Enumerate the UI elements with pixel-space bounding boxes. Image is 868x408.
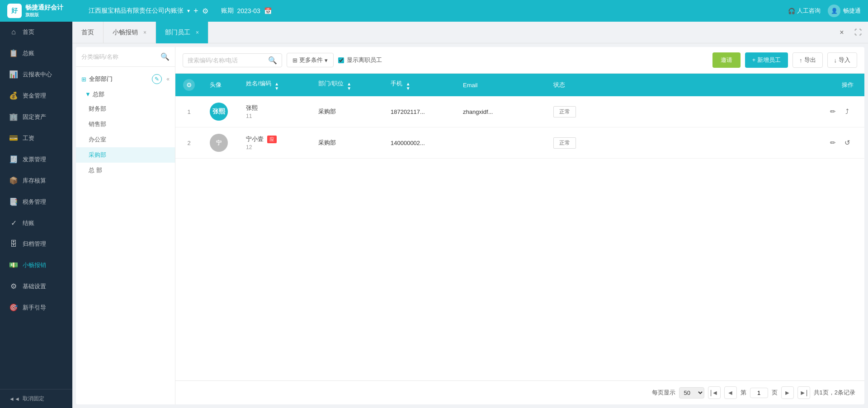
show-resigned-checkbox[interactable] <box>338 57 344 63</box>
employee-avatar: 张熙 <box>210 103 228 121</box>
tab-home[interactable]: 首页 <box>72 22 104 43</box>
user-avatar: 👤 <box>828 5 840 17</box>
status-badge: 正常 <box>553 106 576 117</box>
cancel-fixed-btn[interactable]: ◄◄ 取消固定 <box>0 389 72 408</box>
sidebar-item-reports[interactable]: 📊 云报表中心 <box>0 64 72 85</box>
employee-name: 张熙 <box>246 104 304 112</box>
th-settings: ⚙ <box>175 74 203 96</box>
tab-expense-report[interactable]: 小畅报销 × <box>104 22 156 43</box>
dept-collapse-icon[interactable]: « <box>166 76 170 82</box>
dept-finance[interactable]: 财务部 <box>76 101 175 117</box>
main-layout: ⌂ 首页 📋 总账 📊 云报表中心 💰 资金管理 🏢 固定资产 💳 工资 🧾 发… <box>0 22 868 408</box>
emp-search-input[interactable] <box>188 57 265 64</box>
sidebar-item-ledger[interactable]: 📋 总账 <box>0 42 72 64</box>
status-badge: 正常 <box>553 137 576 149</box>
emp-search-icon[interactable]: 🔍 <box>268 56 277 65</box>
last-page-btn[interactable]: ►| <box>797 386 810 399</box>
th-email: Email <box>456 74 546 96</box>
ai-consult-btn[interactable]: 🎧 人工咨询 <box>788 7 821 15</box>
th-dept[interactable]: 部门/职位 ▲▼ <box>311 74 383 96</box>
next-page-btn[interactable]: ► <box>781 386 794 399</box>
th-avatar: 头像 <box>203 74 239 96</box>
dept-purchase[interactable]: 采购部 <box>76 147 175 163</box>
export-btn[interactable]: ↑ 导出 <box>793 52 823 68</box>
edit-btn[interactable]: ✏ <box>826 105 839 118</box>
dept-search-input[interactable] <box>81 53 158 60</box>
tab-expand-btn[interactable]: ⛶ <box>852 26 864 39</box>
dept-office[interactable]: 办公室 <box>76 132 175 147</box>
row-no: 1 <box>175 96 203 127</box>
settings-icon[interactable]: ⚙ <box>202 7 208 15</box>
dept-hq2[interactable]: 总 部 <box>76 163 175 178</box>
dept-hq-label: 总部 <box>93 91 104 98</box>
sidebar-item-archive[interactable]: 🗄 归档管理 <box>0 234 72 254</box>
invite-btn[interactable]: 邀请 <box>712 52 741 68</box>
sidebar-label-tax: 税务管理 <box>23 198 46 206</box>
th-ops: 操作 <box>637 74 864 96</box>
home-icon: ⌂ <box>9 28 18 36</box>
show-resigned-label[interactable]: 显示离职员工 <box>347 56 382 64</box>
filter-btn[interactable]: ⊞ 更多条件 ▾ <box>287 53 334 67</box>
sidebar-item-inventory[interactable]: 📦 库存核算 <box>0 170 72 191</box>
calendar-icon[interactable]: 📅 <box>264 7 272 14</box>
tab-close-btn[interactable]: × <box>835 26 848 39</box>
prev-page-btn[interactable]: ◄ <box>724 386 737 399</box>
add-company-btn[interactable]: + <box>193 6 198 16</box>
dept-search-icon[interactable]: 🔍 <box>160 52 170 61</box>
dept-edit-btn[interactable]: ✎ <box>152 74 162 84</box>
archive-icon: 🗄 <box>9 240 18 248</box>
sidebar-item-settings[interactable]: ⚙ 基础设置 <box>0 276 72 297</box>
tab-dept-close-icon[interactable]: × <box>196 29 199 36</box>
ledger-icon: 📋 <box>9 49 18 57</box>
import-btn[interactable]: ↓ 导入 <box>827 52 858 68</box>
th-phone[interactable]: 手机 ▲▼ <box>383 74 456 96</box>
page-size-select[interactable]: 50 10 20 100 <box>679 387 704 399</box>
dept-hq2-label: 总 部 <box>89 166 102 174</box>
dept-sort-icon: ▲▼ <box>347 82 351 91</box>
row-ops-cell: ✏ ⤴ <box>637 96 864 127</box>
tab-expense-close-icon[interactable]: × <box>143 29 146 36</box>
dept-sales[interactable]: 销售部 <box>76 117 175 132</box>
content-area: 首页 小畅报销 × 部门员工 × × ⛶ 🔍 <box>72 22 868 408</box>
sidebar-item-invoice[interactable]: 🧾 发票管理 <box>0 149 72 170</box>
first-page-btn[interactable]: |◄ <box>708 386 721 399</box>
sidebar-item-tax[interactable]: 📑 税务管理 <box>0 191 72 212</box>
col-settings-icon[interactable]: ⚙ <box>183 79 195 91</box>
row-email-cell <box>456 127 546 159</box>
company-dropdown-icon[interactable]: ▾ <box>187 8 190 14</box>
user-info[interactable]: 👤 畅捷通 <box>828 5 861 17</box>
sidebar-item-assets[interactable]: 🏢 固定资产 <box>0 106 72 127</box>
row-status-cell: 正常 <box>546 127 637 159</box>
dept-hq-group[interactable]: ▼ 总部 <box>76 88 175 101</box>
dept-all-header[interactable]: ⊞ 全部部门 ✎ « <box>76 70 175 88</box>
logout-btn[interactable]: ⤴ <box>841 105 854 118</box>
employee-dept: 采购部 <box>318 139 336 146</box>
employee-avatar: 宁 <box>210 134 228 152</box>
refresh-btn[interactable]: ↺ <box>841 136 854 149</box>
sidebar-item-home[interactable]: ⌂ 首页 <box>0 22 72 42</box>
tax-icon: 📑 <box>9 197 18 206</box>
pin-icon: ◄◄ <box>9 396 20 402</box>
edit-btn[interactable]: ✏ <box>826 136 839 149</box>
sidebar-item-funds[interactable]: 💰 资金管理 <box>0 85 72 106</box>
add-emp-btn[interactable]: + 新增员工 <box>745 52 788 68</box>
employee-email: zhangxidf... <box>463 108 493 115</box>
dept-tree: ⊞ 全部部门 ✎ « ▼ 总部 财务部 销售部 <box>76 67 175 404</box>
tab-dept-employee[interactable]: 部门员工 × <box>156 22 208 43</box>
filter-label: 更多条件 <box>299 56 323 64</box>
sidebar-item-checkout[interactable]: ✓ 结账 <box>0 212 72 234</box>
period-label: 账期 <box>221 7 234 15</box>
period-value: 2023-03 <box>237 7 260 14</box>
page-input[interactable] <box>750 388 768 398</box>
sidebar-item-salary[interactable]: 💳 工资 <box>0 127 72 149</box>
filter-arrow-icon: ▾ <box>325 57 328 64</box>
expense-icon: 💵 <box>9 261 18 269</box>
employee-name: 宁小壹 应 <box>246 135 304 143</box>
top-bar: 好 畅捷通好会计 旗舰版 江西服宝精品有限责任公司内账张 ▾ + ⚙ 账期 20… <box>0 0 868 22</box>
row-name-cell: 张熙 11 <box>239 96 311 127</box>
th-name[interactable]: 姓名/编码 ▲▼ <box>239 74 311 96</box>
assets-icon: 🏢 <box>9 113 18 121</box>
row-dept-cell: 采购部 <box>311 127 383 159</box>
sidebar-item-guide[interactable]: 🎯 新手引导 <box>0 297 72 318</box>
sidebar-item-expense[interactable]: 💵 小畅报销 <box>0 254 72 276</box>
